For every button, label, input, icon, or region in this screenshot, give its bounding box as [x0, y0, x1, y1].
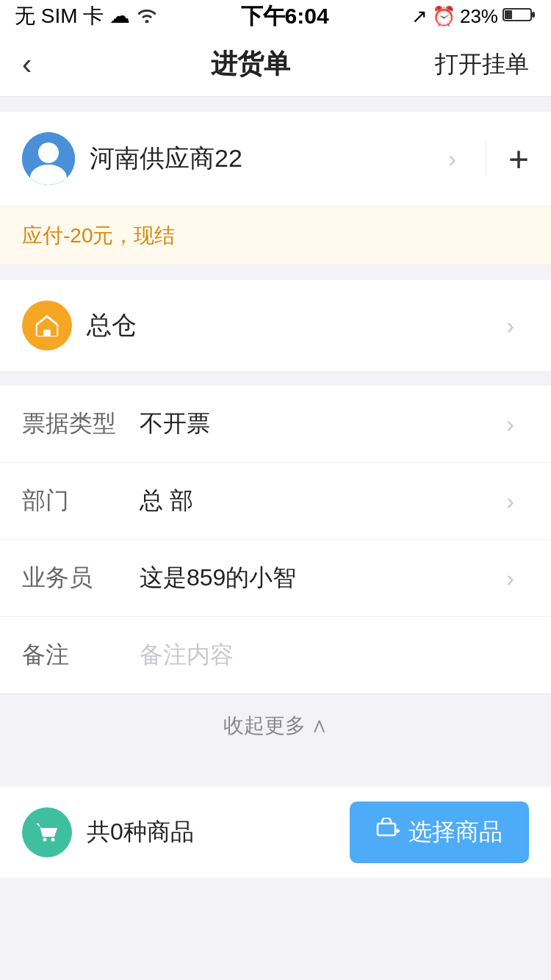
chevron-right-icon-3: ›: [506, 411, 514, 438]
chevron-right-icon-2: ›: [506, 312, 514, 339]
supplier-row[interactable]: 河南供应商22 › +: [0, 112, 551, 206]
avatar-person-icon: [22, 132, 75, 185]
svg-point-4: [43, 838, 47, 842]
status-left: 无 SIM 卡 ☁: [15, 2, 158, 30]
chevron-right-icon-4: ›: [506, 488, 514, 515]
open-pending-button[interactable]: 打开挂单: [435, 48, 529, 81]
sim-status: 无 SIM 卡 ☁: [15, 2, 130, 30]
remark-label: 备注: [22, 639, 140, 671]
form-section: 票据类型 不开票 › 部门 总 部 › 业务员 这是859的小智 › 备注 备注…: [0, 386, 551, 693]
avatar: [22, 132, 75, 185]
warehouse-name: 总仓: [87, 309, 506, 342]
product-icon: [22, 807, 72, 857]
warehouse-icon: [22, 300, 72, 350]
department-label: 部门: [22, 485, 140, 517]
warehouse-section: 总仓 ›: [0, 280, 551, 371]
section-gap-3: [0, 371, 551, 386]
warehouse-row[interactable]: 总仓 ›: [0, 280, 551, 371]
supplier-name: 河南供应商22: [90, 142, 448, 176]
department-row[interactable]: 部门 总 部 ›: [0, 463, 551, 540]
remark-row[interactable]: 备注 备注内容: [0, 617, 551, 693]
invoice-type-value: 不开票: [140, 408, 506, 440]
status-time: 下午6:04: [241, 1, 329, 32]
select-product-icon: [376, 818, 400, 847]
department-value: 总 部: [140, 485, 506, 517]
battery-icon: [503, 5, 536, 28]
invoice-type-label: 票据类型: [22, 408, 140, 440]
chevron-right-icon: ›: [448, 145, 456, 173]
collapse-label: 收起更多 ∧: [223, 712, 328, 740]
notice-banner: 应付-20元，现结: [0, 206, 551, 265]
alarm-icon: ⏰: [432, 5, 455, 28]
house-icon: [33, 311, 61, 339]
collapse-row[interactable]: 收起更多 ∧: [0, 693, 551, 757]
section-gap-2: [0, 265, 551, 280]
back-button[interactable]: ‹: [22, 48, 66, 81]
remark-input[interactable]: 备注内容: [140, 639, 529, 671]
location-icon: ↗: [411, 5, 428, 28]
nav-bar: ‹ 进货单 打开挂单: [0, 32, 551, 97]
select-product-button[interactable]: 选择商品: [350, 801, 529, 863]
cart-add-icon: [376, 818, 400, 841]
product-count: 共0种商品: [87, 816, 350, 849]
salesman-label: 业务员: [22, 562, 140, 594]
page-title: 进货单: [211, 46, 290, 82]
status-bar: 无 SIM 卡 ☁ 下午6:04 ↗ ⏰ 23%: [0, 0, 551, 32]
svg-rect-1: [505, 10, 512, 19]
salesman-row[interactable]: 业务员 这是859的小智 ›: [0, 540, 551, 617]
page-fill: [0, 878, 551, 980]
invoice-type-row[interactable]: 票据类型 不开票 ›: [0, 386, 551, 463]
section-gap-1: [0, 97, 551, 112]
bottom-bar: 共0种商品 选择商品: [0, 787, 551, 878]
wifi-icon: [136, 4, 158, 28]
salesman-value: 这是859的小智: [140, 562, 506, 594]
cart-icon: [32, 818, 62, 847]
notice-text: 应付-20元，现结: [22, 224, 175, 247]
supplier-divider: [486, 141, 486, 176]
svg-rect-6: [378, 824, 395, 835]
status-right: ↗ ⏰ 23%: [411, 5, 536, 28]
svg-rect-2: [532, 12, 535, 18]
supplier-section: 河南供应商22 › + 应付-20元，现结: [0, 112, 551, 265]
section-gap-4: [0, 757, 551, 772]
chevron-right-icon-5: ›: [506, 565, 514, 592]
select-btn-label: 选择商品: [408, 816, 503, 849]
svg-point-5: [51, 838, 55, 842]
svg-rect-3: [43, 330, 51, 336]
battery-text: 23%: [460, 5, 498, 28]
add-button[interactable]: +: [501, 139, 529, 179]
